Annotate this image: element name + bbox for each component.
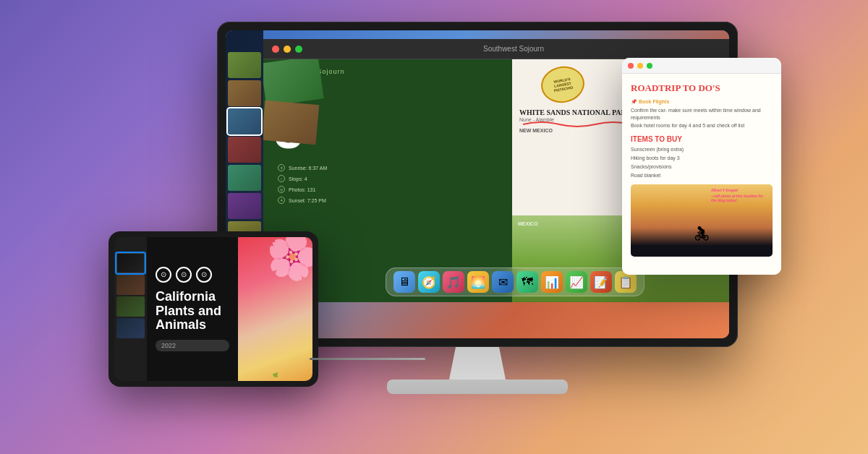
notes-main-heading: ROADTRIP TO DO'S <box>631 82 773 94</box>
pistachio-sticker: WORLD'S LARGEST PISTACHIO <box>538 63 587 106</box>
usb-cable <box>310 356 425 361</box>
ipad-slide-right-panel: 🌸 🌿 <box>238 237 312 381</box>
keynote-titlebar: Southwest Sojourn <box>263 39 729 59</box>
cyclist-icon: 🚴 <box>694 224 709 242</box>
ipad-keynote-app: Find Source ⊙ ⊙ ⊙ California Plants and … <box>114 237 312 381</box>
dock-keynote[interactable]: 📊 <box>541 271 563 293</box>
notes-content: ROADTRIP TO DO'S 📌 Book Flights Confirm … <box>622 74 781 275</box>
photo-thumb-5[interactable] <box>228 165 261 191</box>
notes-buy-1: Sunscreen (bring extra) <box>631 146 773 153</box>
window-title: Southwest Sojourn <box>307 45 720 53</box>
slide-info-row-photos: ◎ Photos: 131 <box>278 186 327 193</box>
ipad-slide-thumb-3[interactable] <box>116 296 145 317</box>
slide-info-rows: ☀ Sunrise: 6:37 AM ○ Stops: 4 ◎ Photos: … <box>278 164 327 204</box>
ipad-icon-3: ⊙ <box>196 267 212 283</box>
ipad-slide-thumb-1[interactable] <box>116 253 145 273</box>
notes-close[interactable] <box>628 63 634 69</box>
photo-thumb-3[interactable] <box>228 108 261 134</box>
ipad-main-slide: Find Source ⊙ ⊙ ⊙ California Plants and … <box>147 237 312 381</box>
monitor-neck <box>441 347 514 383</box>
notes-line-2: Book hotel rooms for day 4 and 5 and che… <box>631 122 773 129</box>
stops-icon: ○ <box>278 175 285 182</box>
ipad-icons-row: ⊙ ⊙ ⊙ <box>156 267 229 283</box>
ipad-year-badge: 2022 <box>156 340 229 351</box>
dock-safari[interactable]: 🧭 <box>418 271 440 293</box>
fullscreen-button[interactable] <box>295 46 302 53</box>
ipad-slide-title: California Plants and Animals <box>156 290 229 333</box>
notes-minimize[interactable] <box>637 63 643 69</box>
photo-thumb-6[interactable] <box>228 193 261 219</box>
notes-image: #Don't forget —tell photo at this locati… <box>631 184 773 257</box>
photo-thumb-2[interactable] <box>228 80 261 106</box>
ipad-slide-bottom: 🌿 <box>238 372 312 377</box>
floating-thumb-1 <box>263 59 324 106</box>
notes-popup-titlebar <box>622 58 781 74</box>
notes-buy-3: Snacks/provisions <box>631 163 773 171</box>
nm-label: NEW MEXICO <box>519 128 553 133</box>
notes-section1-label: 📌 Book Flights <box>631 98 773 106</box>
cable <box>310 358 425 360</box>
close-button[interactable] <box>272 46 279 53</box>
ipad-screen: Find Source ⊙ ⊙ ⊙ California Plants and … <box>114 237 312 381</box>
ipad-body: Find Source ⊙ ⊙ ⊙ California Plants and … <box>109 231 318 387</box>
notes-line-1: Confirm the car- make sure meets within … <box>631 107 773 121</box>
ipad: Find Source ⊙ ⊙ ⊙ California Plants and … <box>109 231 340 405</box>
photos-icon: ◎ <box>278 186 285 193</box>
notes-buy-4: Road blanket <box>631 172 773 179</box>
dock-container: 🖥 🧭 🎵 🌅 ✉ 🗺 📊 📈 📝 📋 <box>386 267 644 296</box>
slide-info-row-stops: ○ Stops: 4 <box>278 175 327 182</box>
notes-fullscreen[interactable] <box>647 63 652 69</box>
ipad-icon-1: ⊙ <box>156 267 171 283</box>
dock-maps[interactable]: 🗺 <box>516 271 538 293</box>
monitor-base <box>387 380 568 394</box>
slide-info-row-sunrise: ☀ Sunrise: 6:37 AM <box>278 164 327 171</box>
dont-forget-text: #Don't forget —tell photo at this locati… <box>711 188 769 202</box>
ipad-slide-sidebar[interactable] <box>114 237 147 381</box>
dock-music[interactable]: 🎵 <box>443 271 464 293</box>
photo-thumb-4[interactable] <box>228 137 261 163</box>
sunset-icon: ☀ <box>278 197 285 204</box>
dock-mail[interactable]: ✉ <box>492 271 514 293</box>
photo-thumb-1[interactable] <box>228 52 261 78</box>
ipad-slide-thumb-2[interactable] <box>116 275 145 295</box>
slide-info-row-sunset: ☀ Sunset: 7:25 PM <box>278 197 327 204</box>
notes-popup-window: ROADTRIP TO DO'S 📌 Book Flights Confirm … <box>622 58 781 275</box>
ipad-icon-2: ⊙ <box>176 267 192 283</box>
dock-pages[interactable]: 📝 <box>590 271 612 293</box>
ipad-slide-thumb-4[interactable] <box>116 318 145 338</box>
flower-decoration: 🌸 <box>260 237 312 287</box>
dock-photos[interactable]: 🌅 <box>467 271 489 293</box>
ipad-slide-left-panel: ⊙ ⊙ ⊙ California Plants and Animals 2022 <box>147 237 238 381</box>
dock-finder[interactable]: 🖥 <box>393 271 415 293</box>
dock-numbers[interactable]: 📈 <box>566 271 587 293</box>
minimize-button[interactable] <box>284 46 291 53</box>
notes-buy-2: Hiking boots for day 3 <box>631 155 773 162</box>
floating-thumb-2 <box>263 100 319 145</box>
notes-subheading-buy: ITEMS TO BUY <box>631 135 773 143</box>
sunrise-icon: ☀ <box>278 164 285 171</box>
